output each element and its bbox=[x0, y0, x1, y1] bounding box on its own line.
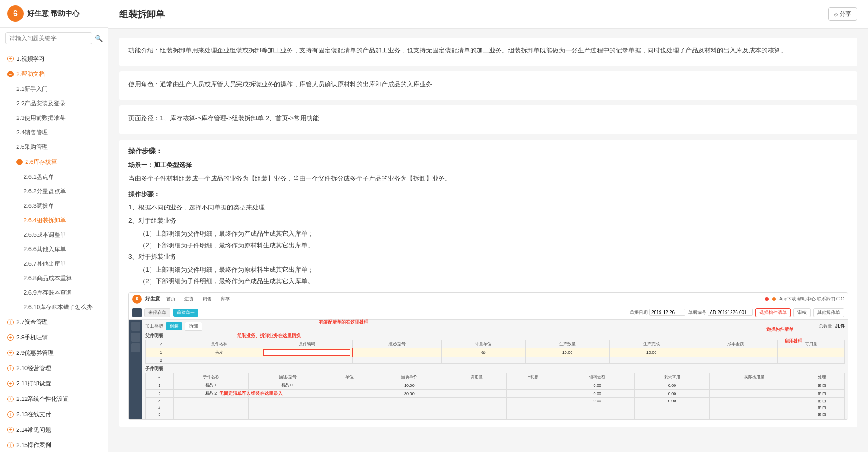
fs-ctd-loss bbox=[506, 381, 560, 390]
fs-ctd-actual bbox=[709, 381, 799, 390]
sidebar-item-data-prep[interactable]: 2.3使用前数据准备 bbox=[0, 111, 108, 125]
sidebar-item-newbie[interactable]: 2.1新手入门 bbox=[0, 82, 108, 96]
fs-left-panel bbox=[129, 320, 142, 419]
fs-date-field: 单据日期 bbox=[630, 309, 685, 316]
table-row: 6⊞ ⊡ bbox=[146, 418, 845, 420]
sidebar-item-cases[interactable]: + 2.15操作案例 bbox=[0, 438, 108, 452]
sidebar-item-2-6-7[interactable]: 2.6.7其他出库单 bbox=[0, 257, 108, 271]
fs-td-desc2 bbox=[353, 357, 441, 364]
sidebar-item-label: 2.10经营管理 bbox=[16, 364, 51, 372]
fs-id-input[interactable] bbox=[708, 309, 753, 316]
fs-parent-table-head: ✓ 父件名称 父件编码 描述/型号 计量单位 生产数量 生产完成 成本金额 bbox=[146, 340, 845, 348]
fs-ctd-price2: 30.00 bbox=[372, 390, 447, 398]
annotation-no-bom: 无固定清单可以组装在这里录入 bbox=[219, 390, 283, 397]
sidebar-item-ops[interactable]: + 2.10经营管理 bbox=[0, 361, 108, 376]
fs-th-prod-qty: 生产数量 bbox=[525, 340, 609, 348]
search-input[interactable] bbox=[5, 32, 92, 44]
fs-ctd-unit bbox=[327, 381, 372, 390]
step3-sub2: （2）下部明细为子件明细，最终作为产成品生成其它入库单。 bbox=[128, 276, 848, 287]
fs-ctd-2: 2 bbox=[146, 390, 174, 398]
sidebar-item-video[interactable]: + 1.视频学习 bbox=[0, 51, 108, 67]
sidebar-item-payment[interactable]: + 2.13在线支付 bbox=[0, 407, 108, 422]
table-row: 1 精品 1 精品+1 10.00 0.00 bbox=[146, 381, 845, 390]
fs-ctd-act: ⊞ ⊡ bbox=[799, 381, 844, 390]
ops-steps-title: 操作步骤： bbox=[128, 189, 848, 200]
fs-cth-name: 子件名称 bbox=[174, 373, 248, 381]
fs-btn-select-bom[interactable]: 选择构件清单 bbox=[755, 308, 791, 317]
step3-sub1: （1）上部明细为父件明细，最终作为原材料生成其它出库单； bbox=[128, 264, 848, 276]
sidebar-item-2-6-10[interactable]: 2.6.10库存账本错了怎么办 bbox=[0, 300, 108, 314]
sidebar-item-2-6-1[interactable]: 2.6.1盘点单 bbox=[0, 170, 108, 184]
sidebar-item-label: 2.帮助文档 bbox=[16, 70, 45, 78]
sidebar-item-install[interactable]: 2.2产品安装及登录 bbox=[0, 96, 108, 111]
fs-btn-new[interactable]: 前建单一 bbox=[173, 309, 198, 317]
sidebar-item-purchase[interactable]: 2.5采购管理 bbox=[0, 140, 108, 154]
fs-td-1: 1 bbox=[146, 348, 177, 357]
sidebar-item-customize[interactable]: + 2.12系统个性化设置 bbox=[0, 391, 108, 407]
sidebar-item-sales[interactable]: 2.4销售管理 bbox=[0, 125, 108, 140]
fs-cth-loss: +耗损 bbox=[506, 373, 560, 381]
fs-type-alt[interactable]: 拆卸 bbox=[185, 322, 202, 331]
fs-td-2: 2 bbox=[146, 357, 177, 364]
sidebar-item-label: 2.15操作案例 bbox=[16, 441, 51, 449]
table-row: 30.000.00⊞ ⊡ bbox=[146, 398, 845, 404]
fs-ctd-desc: 精品+1 bbox=[248, 381, 327, 390]
sidebar-item-docs[interactable]: 2.帮助文档 bbox=[0, 67, 108, 82]
fs-left-icon-1 bbox=[131, 322, 140, 331]
sidebar-subitem-label: 2.6.2分量盘点单 bbox=[24, 187, 66, 195]
sidebar-item-finance[interactable]: + 2.7资金管理 bbox=[0, 314, 108, 330]
expand-icon: + bbox=[7, 319, 14, 325]
sidebar-item-inventory[interactable]: 2.6库存核算 bbox=[0, 154, 108, 170]
fs-ctd-amt2: 0.00 bbox=[560, 390, 635, 398]
fs-td-code[interactable] bbox=[261, 348, 353, 357]
sidebar-item-2-6-9[interactable]: 2.6.9库存账本查询 bbox=[0, 285, 108, 300]
sidebar-item-label: 2.14常见问题 bbox=[16, 426, 51, 434]
fs-nav-home: 首页 bbox=[164, 295, 178, 303]
collapse-sub-icon bbox=[16, 159, 23, 165]
fs-ctd-5: 5 bbox=[146, 411, 174, 418]
fs-btn-approve[interactable]: 审核 bbox=[793, 308, 811, 317]
fs-th-name: 父件名称 bbox=[177, 340, 261, 348]
step2: 2、对于组装业务 bbox=[128, 215, 848, 226]
sidebar-item-2-6-4[interactable]: 2.6.4组装拆卸单 bbox=[0, 213, 108, 228]
fs-type-value[interactable]: 组装 bbox=[166, 322, 182, 330]
fs-cth-amt: 领料金额 bbox=[560, 373, 635, 381]
sidebar-item-label: 2.11打印设置 bbox=[16, 380, 51, 388]
step1: 1、根据不同的业务，选择不同单据的类型来处理 bbox=[128, 202, 848, 213]
sidebar-item-2-6-3[interactable]: 2.6.3调拨单 bbox=[0, 199, 108, 213]
sidebar-item-print[interactable]: + 2.11打印设置 bbox=[0, 376, 108, 391]
sidebar-item-coupon[interactable]: + 2.9优惠券管理 bbox=[0, 345, 108, 361]
sidebar-item-2-6-8[interactable]: 2.6.8商品成本重算 bbox=[0, 271, 108, 285]
fs-ctd-6: 6 bbox=[146, 418, 174, 420]
sidebar-header: 6 好生意 帮助中心 bbox=[0, 0, 108, 28]
sidebar-item-2-6-5[interactable]: 2.6.5成本调整单 bbox=[0, 228, 108, 242]
fs-td-av2 bbox=[778, 357, 845, 364]
sidebar-subitem-label: 2.6.5成本调整单 bbox=[24, 231, 66, 239]
fs-td-prod: 10.00 bbox=[525, 348, 609, 357]
fs-cth-action: 处理 bbox=[799, 373, 844, 381]
sidebar-item-2-6-6[interactable]: 2.6.6其他入库单 bbox=[0, 242, 108, 257]
sidebar-item-2-6-2[interactable]: 2.6.2分量盘点单 bbox=[0, 184, 108, 199]
fs-left-icon-3 bbox=[131, 343, 140, 352]
share-button[interactable]: ⎋ 分享 bbox=[828, 7, 857, 21]
fs-cth-actual: 实际出用量 bbox=[709, 373, 799, 381]
fs-sidebar-toggle bbox=[132, 308, 142, 317]
fs-th-unit: 计量单位 bbox=[441, 340, 525, 348]
fs-qty-label: 总数量 bbox=[819, 323, 832, 329]
fs-btn-action[interactable]: 其他操作单 bbox=[813, 308, 844, 317]
sidebar-item-mobile[interactable]: + 2.8手机旺铺 bbox=[0, 330, 108, 345]
search-icon[interactable]: 🔍 bbox=[95, 35, 103, 42]
fs-date-input[interactable] bbox=[649, 309, 685, 316]
annotation-enable: 启用处理 bbox=[784, 338, 802, 344]
content-area: 功能介绍：组装拆卸单用来处理企业组装或拆卸等加工业务，支持有固定装配清单的产品加… bbox=[108, 29, 868, 452]
fake-screenshot: 6 好生意 首页 进货 销售 库存 App下载 帮助中心 联系我们 C C bbox=[129, 293, 848, 419]
fs-btn-prev[interactable]: 未保存单 bbox=[144, 308, 170, 317]
fs-child-table-head: ✓ 子件名称 描述/型号 单位 当前单价 需用量 +耗损 领料金额 bbox=[146, 373, 845, 381]
sidebar-item-faq[interactable]: + 2.14常见问题 bbox=[0, 422, 108, 438]
main-header: 组装拆卸单 ⎋ 分享 bbox=[108, 0, 868, 29]
sidebar: 6 好生意 帮助中心 🔍 + 1.视频学习 2.帮助文档 2.1新手入门 2.2… bbox=[0, 0, 108, 452]
screenshot-container: 6 好生意 首页 进货 销售 库存 App下载 帮助中心 联系我们 C C bbox=[128, 292, 848, 420]
fs-ctd-unit2 bbox=[327, 390, 372, 398]
fs-type-label: 加工类型 bbox=[145, 323, 163, 329]
sidebar-subitem-label: 2.5采购管理 bbox=[16, 143, 48, 151]
